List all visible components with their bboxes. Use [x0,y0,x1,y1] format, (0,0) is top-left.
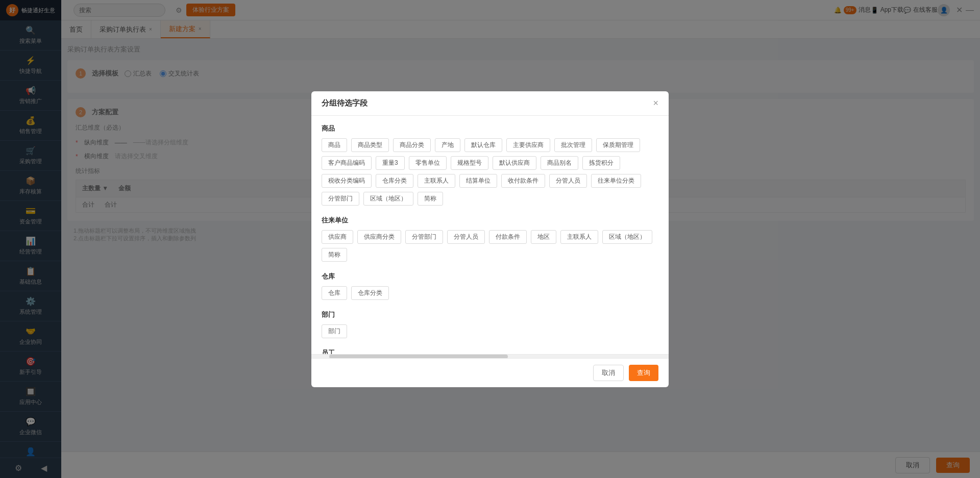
field-chip-0-9[interactable]: 重量3 [376,156,405,170]
field-section-3: 部门部门 [322,310,658,338]
field-section-0: 商品商品商品类型商品分类产地默认仓库主要供应商批次管理保质期管理客户商品编码重量… [322,124,658,206]
modal-cancel-button[interactable]: 取消 [593,365,624,381]
field-chip-0-19[interactable]: 收付款条件 [501,174,545,188]
field-chip-0-16[interactable]: 仓库分类 [376,174,413,188]
section-title-0: 商品 [322,124,658,133]
field-chip-0-8[interactable]: 客户商品编码 [322,156,372,170]
field-chip-0-18[interactable]: 结算单位 [459,174,497,188]
modal-body: 商品商品商品类型商品分类产地默认仓库主要供应商批次管理保质期管理客户商品编码重量… [311,116,669,354]
field-section-2: 仓库仓库仓库分类 [322,272,658,300]
field-chip-1-0[interactable]: 供应商 [322,230,353,244]
field-chip-0-21[interactable]: 往来单位分类 [591,174,641,188]
field-chip-1-4[interactable]: 付款条件 [489,230,527,244]
field-chips-2: 仓库仓库分类 [322,286,658,300]
field-chip-0-24[interactable]: 简称 [418,192,443,206]
field-chip-1-3[interactable]: 分管人员 [447,230,485,244]
section-title-2: 仓库 [322,272,658,281]
section-title-3: 部门 [322,310,658,319]
field-chip-0-10[interactable]: 零售单位 [409,156,447,170]
field-chip-0-12[interactable]: 默认供应商 [493,156,536,170]
field-chip-0-14[interactable]: 拣货积分 [582,156,620,170]
field-chips-3: 部门 [322,324,658,338]
field-chip-2-1[interactable]: 仓库分类 [351,286,389,300]
field-chip-0-6[interactable]: 批次管理 [554,138,592,152]
field-chip-0-2[interactable]: 商品分类 [393,138,431,152]
field-chip-0-23[interactable]: 区域（地区） [363,192,413,206]
field-section-4: 员工业务员 [322,348,658,354]
field-chip-0-0[interactable]: 商品 [322,138,347,152]
field-chip-0-3[interactable]: 产地 [435,138,460,152]
field-chips-1: 供应商供应商分类分管部门分管人员付款条件地区主联系人区域（地区）简称 [322,230,658,262]
modal-dialog: 分组待选字段 × 商品商品商品类型商品分类产地默认仓库主要供应商批次管理保质期管… [311,91,669,387]
section-title-4: 员工 [322,348,658,354]
field-chip-2-0[interactable]: 仓库 [322,286,347,300]
field-chip-1-6[interactable]: 主联系人 [560,230,598,244]
field-chip-1-5[interactable]: 地区 [531,230,556,244]
field-chip-0-17[interactable]: 主联系人 [418,174,455,188]
field-chip-0-1[interactable]: 商品类型 [351,138,389,152]
field-chip-0-5[interactable]: 主要供应商 [506,138,550,152]
field-chip-0-13[interactable]: 商品别名 [541,156,578,170]
modal-overlay: 分组待选字段 × 商品商品商品类型商品分类产地默认仓库主要供应商批次管理保质期管… [0,0,980,478]
field-chip-0-20[interactable]: 分管人员 [549,174,587,188]
field-chip-0-15[interactable]: 税收分类编码 [322,174,372,188]
field-chip-1-2[interactable]: 分管部门 [405,230,443,244]
field-chip-1-8[interactable]: 简称 [322,248,347,262]
field-chip-0-22[interactable]: 分管部门 [322,192,359,206]
field-chip-1-1[interactable]: 供应商分类 [357,230,401,244]
field-chip-0-11[interactable]: 规格型号 [451,156,488,170]
modal-footer: 取消 查询 [311,358,669,387]
section-title-1: 往来单位 [322,216,658,225]
field-chips-0: 商品商品类型商品分类产地默认仓库主要供应商批次管理保质期管理客户商品编码重量3零… [322,138,658,206]
field-chip-1-7[interactable]: 区域（地区） [602,230,652,244]
modal-header: 分组待选字段 × [311,91,669,116]
field-chip-3-0[interactable]: 部门 [322,324,347,338]
modal-confirm-button[interactable]: 查询 [629,365,658,381]
modal-title: 分组待选字段 [322,98,368,108]
field-chip-0-4[interactable]: 默认仓库 [464,138,502,152]
field-chip-0-7[interactable]: 保质期管理 [596,138,640,152]
field-section-1: 往来单位供应商供应商分类分管部门分管人员付款条件地区主联系人区域（地区）简称 [322,216,658,262]
modal-close-button[interactable]: × [653,98,658,108]
modal-horizontal-scrollbar[interactable] [311,354,669,358]
